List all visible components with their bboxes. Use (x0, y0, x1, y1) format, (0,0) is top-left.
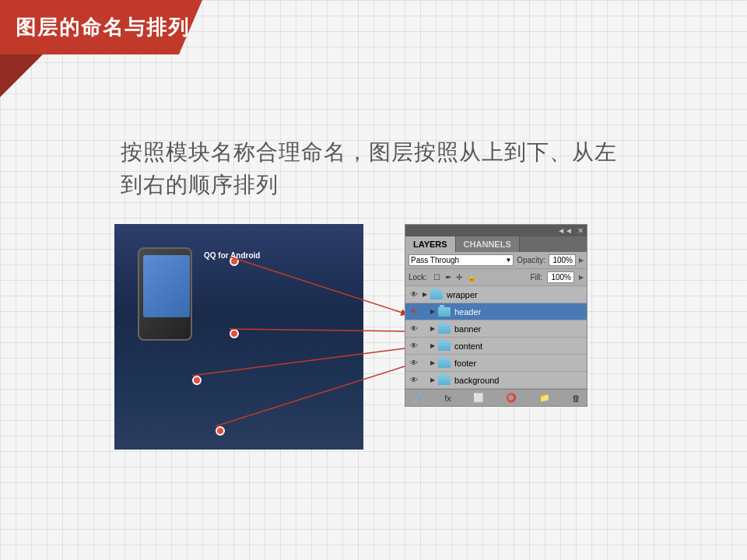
panel-arrows: ◄◄ (557, 226, 573, 235)
eye-icon-background[interactable]: 👁 (409, 375, 419, 386)
fill-arrow: ▶ (579, 274, 584, 281)
layer-row-background[interactable]: 👁 ▶ background (405, 372, 587, 389)
layer-arrow-wrapper[interactable]: ▶ (421, 291, 429, 298)
layer-name-header: header (454, 307, 584, 317)
red-dot-3 (192, 376, 202, 385)
folder-icon-header (438, 307, 451, 317)
layer-name-banner: banner (454, 324, 584, 334)
page-title: 图层的命名与排列 (16, 14, 190, 41)
screenshot-container: QQ for Android (114, 224, 363, 450)
red-dot-2 (230, 329, 239, 338)
panel-topbar: ◄◄ ✕ (405, 225, 587, 236)
opacity-label: Opacity: (517, 256, 545, 264)
folder-icon-background (438, 376, 451, 385)
folder-icon-wrapper (430, 290, 443, 299)
layer-arrow-header[interactable]: ▶ (429, 308, 437, 315)
blend-select-arrow: ▼ (505, 257, 511, 264)
lock-row: Lock: ☐ ✒ ✛ 🔒 Fill: 100% ▶ (405, 269, 587, 286)
fill-value[interactable]: 100% (547, 271, 574, 283)
layer-arrow-banner[interactable]: ▶ (429, 325, 437, 332)
blend-mode-value: Pass Through (411, 256, 459, 264)
mask-icon[interactable]: ⬜ (471, 392, 486, 404)
lock-label: Lock: (409, 273, 427, 282)
blend-mode-select[interactable]: Pass Through ▼ (409, 254, 514, 266)
folder-icon-content (438, 341, 451, 351)
layer-arrow-content[interactable]: ▶ (429, 342, 437, 349)
layer-arrow-footer[interactable]: ▶ (429, 359, 437, 366)
eye-icon-wrapper[interactable]: 👁 (409, 289, 419, 300)
link-icon[interactable]: 🔗 (409, 392, 425, 404)
screenshot-image: QQ for Android (114, 224, 363, 450)
tab-layers[interactable]: LAYERS (405, 236, 456, 252)
title-triangle-decoration (0, 54, 43, 97)
layer-arrow-background[interactable]: ▶ (429, 376, 437, 383)
eye-icon-footer[interactable]: 👁 (409, 358, 419, 369)
opacity-arrow: ▶ (579, 257, 584, 264)
layer-name-content: content (454, 341, 584, 351)
description-line1: 按照模块名称合理命名，图层按照从上到下、从左 (121, 136, 617, 169)
phone-screen (143, 255, 190, 317)
fx-icon[interactable]: fx (442, 393, 454, 404)
adjustment-icon[interactable]: ⭕ (503, 392, 519, 404)
description-line2: 到右的顺序排列 (121, 169, 617, 201)
eye-icon-header[interactable]: 👁 (409, 306, 419, 317)
layer-name-footer: footer (454, 359, 584, 368)
eye-icon-content[interactable]: 👁 (409, 341, 419, 352)
panel-tabs: LAYERS CHANNELS (405, 236, 587, 252)
folder-icon-footer (438, 359, 451, 368)
red-dot-4 (216, 426, 225, 436)
layer-row-header[interactable]: 👁 ▶ header (405, 303, 587, 320)
layer-row-footer[interactable]: 👁 ▶ footer (405, 355, 587, 372)
lock-lock-icon[interactable]: 🔒 (467, 273, 476, 282)
phone-mockup (138, 247, 192, 341)
blend-mode-row: Pass Through ▼ Opacity: 100% ▶ (405, 252, 587, 269)
lock-pen-icon[interactable]: ✒ (445, 273, 451, 282)
lock-box-icon[interactable]: ☐ (433, 273, 440, 282)
layer-row-wrapper[interactable]: 👁 ▶ wrapper (405, 286, 587, 303)
lock-move-icon[interactable]: ✛ (456, 273, 462, 282)
panel-bottom-toolbar: 🔗 fx ⬜ ⭕ 📁 🗑 (405, 389, 587, 406)
eye-icon-banner[interactable]: 👁 (409, 324, 419, 334)
description-text: 按照模块名称合理命名，图层按照从上到下、从左 到右的顺序排列 (121, 136, 617, 201)
panel-close[interactable]: ✕ (577, 226, 584, 235)
layers-panel: ◄◄ ✕ LAYERS CHANNELS Pass Through ▼ Opac… (405, 224, 587, 407)
opacity-value[interactable]: 100% (549, 254, 576, 266)
layer-name-wrapper: wrapper (447, 290, 584, 299)
fill-label: Fill: (530, 273, 542, 282)
tab-channels[interactable]: CHANNELS (456, 236, 520, 252)
red-dot-1 (230, 257, 239, 266)
folder-icon-banner (438, 324, 451, 334)
delete-icon[interactable]: 🗑 (570, 393, 583, 404)
layer-name-background: background (454, 376, 584, 385)
layer-row-content[interactable]: 👁 ▶ content (405, 338, 587, 355)
layer-row-banner[interactable]: 👁 ▶ banner (405, 320, 587, 338)
new-group-icon[interactable]: 📁 (537, 392, 552, 404)
